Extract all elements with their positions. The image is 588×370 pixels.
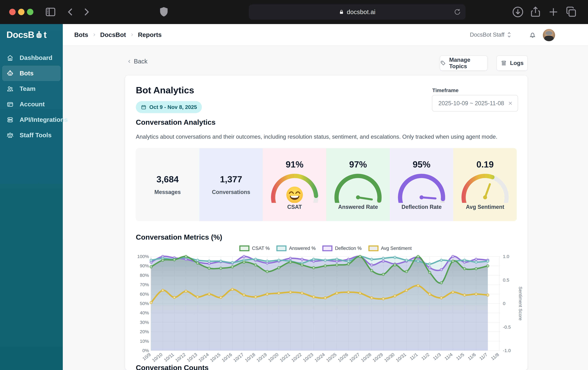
svg-text:10/27: 10/27	[348, 352, 361, 363]
svg-text:11/6: 11/6	[467, 352, 477, 361]
robot-logo-icon	[35, 31, 43, 40]
page-title: Bot Analytics	[136, 85, 194, 96]
legend-item[interactable]: Deflection %	[322, 245, 362, 251]
legend-item[interactable]: Avg Sentiment	[368, 245, 412, 251]
sidebar-toggle-icon[interactable]	[44, 6, 57, 18]
legend-label: Deflection %	[335, 246, 362, 251]
account-name: DocsBot Staff	[470, 32, 504, 38]
downloads-icon[interactable]	[511, 6, 524, 18]
window-minimize-button[interactable]	[18, 9, 24, 15]
svg-text:10/20: 10/20	[267, 352, 279, 363]
manage-topics-button[interactable]: Manage Topics	[440, 55, 488, 71]
svg-text:10/14: 10/14	[198, 352, 210, 363]
stat-deflection-gauge: 95% Deflection Rate	[390, 148, 453, 221]
tab-overview-icon[interactable]	[565, 6, 578, 18]
svg-text:40%: 40%	[140, 310, 149, 315]
svg-text:10/12: 10/12	[174, 352, 187, 363]
timeframe-label: Timeframe	[432, 87, 458, 93]
conversation-counts-heading: Conversation Counts	[136, 363, 209, 370]
window-zoom-button[interactable]	[27, 9, 33, 15]
notifications-bell-icon[interactable]	[528, 31, 537, 39]
reload-icon[interactable]	[453, 8, 462, 16]
svg-text:10/23: 10/23	[302, 352, 314, 363]
chevron-left-icon	[127, 59, 132, 64]
sidebar-item-team[interactable]: Team	[2, 81, 61, 97]
date-range-text: Oct 9 - Nov 8, 2025	[149, 104, 197, 110]
clear-x-icon[interactable]	[508, 100, 513, 106]
logo-text-prefix: DocsB	[6, 30, 34, 40]
user-avatar[interactable]	[543, 29, 555, 41]
logs-button[interactable]: Logs	[496, 55, 528, 71]
logo-text-suffix: t	[44, 30, 47, 40]
list-lines-icon	[501, 60, 507, 66]
conversation-metrics-chart: CSAT %Answered %Deflection %Avg Sentimen…	[137, 245, 530, 369]
sidebar-item-account[interactable]: Account	[2, 97, 61, 112]
share-icon[interactable]	[529, 6, 542, 18]
sidebar-item-bots[interactable]: Bots	[2, 65, 61, 81]
grin-emoji-icon	[286, 187, 303, 203]
stat-messages: 3,684 Messages	[136, 148, 199, 221]
tag-icon	[440, 60, 446, 66]
breadcrumb-docsbot[interactable]: DocsBot	[100, 31, 126, 38]
svg-text:60%: 60%	[140, 292, 149, 297]
breadcrumb-bots[interactable]: Bots	[74, 31, 88, 38]
breadcrumb-reports[interactable]: Reports	[138, 31, 162, 38]
svg-text:10/17: 10/17	[232, 352, 244, 363]
svg-text:90%: 90%	[140, 263, 149, 268]
back-label: Back	[134, 58, 147, 65]
sidebar-item-dashboard[interactable]: Dashboard	[2, 50, 61, 65]
svg-text:70%: 70%	[140, 282, 149, 287]
sentiment-value: 0.19	[476, 159, 494, 169]
back-button-icon[interactable]	[64, 6, 77, 18]
window-close-button[interactable]	[9, 9, 16, 15]
sidebar-item-label: API/Integrations	[20, 116, 68, 123]
deflection-label: Deflection Rate	[401, 204, 442, 210]
docsbot-logo[interactable]: DocsB t	[0, 24, 63, 40]
address-bar[interactable]: docsbot.ai	[249, 4, 465, 20]
stats-row: 3,684 Messages 1,377 Conversations 91%	[136, 148, 517, 221]
robot-icon	[6, 70, 14, 77]
sidebar-nav: Dashboard Bots Team	[0, 50, 63, 143]
chart-legend: CSAT %Answered %Deflection %Avg Sentimen…	[151, 245, 500, 251]
svg-text:10/29: 10/29	[372, 352, 384, 363]
legend-label: Answered %	[289, 246, 315, 251]
forward-button-icon[interactable]	[80, 6, 93, 18]
sidebar-item-api-integrations[interactable]: API/Integrations	[2, 112, 61, 128]
legend-swatch	[276, 245, 286, 251]
svg-text:11/1: 11/1	[409, 352, 419, 361]
legend-item[interactable]: Answered %	[276, 245, 315, 251]
logs-label: Logs	[510, 60, 524, 66]
legend-item[interactable]: CSAT %	[239, 245, 270, 251]
svg-text:10/22: 10/22	[291, 352, 303, 363]
sentiment-gauge	[459, 170, 511, 203]
new-tab-icon[interactable]	[547, 6, 560, 18]
messages-value: 3,684	[157, 174, 179, 184]
svg-text:11/8: 11/8	[490, 352, 500, 361]
back-link[interactable]: Back	[127, 58, 147, 65]
sidebar-item-label: Bots	[20, 70, 33, 77]
svg-text:50%: 50%	[140, 301, 149, 306]
answered-value: 97%	[349, 159, 367, 169]
chart-plot-area[interactable]: 0%10%20%30%40%50%60%70%80%90%100%1.00.50…	[137, 254, 530, 369]
url-text: docsbot.ai	[347, 9, 376, 15]
sentiment-label: Avg Sentiment	[466, 204, 504, 210]
svg-text:11/2: 11/2	[420, 352, 430, 361]
svg-text:10/31: 10/31	[395, 352, 407, 363]
sidebar-item-staff-tools[interactable]: Staff Tools	[2, 128, 61, 143]
answered-label: Answered Rate	[338, 204, 378, 210]
svg-text:80%: 80%	[140, 273, 149, 278]
home-icon	[6, 54, 14, 62]
svg-text:10/24: 10/24	[314, 352, 326, 363]
account-switcher[interactable]: DocsBot Staff	[470, 24, 511, 45]
svg-text:20%: 20%	[140, 329, 149, 334]
deflection-gauge	[396, 170, 447, 203]
legend-label: CSAT %	[252, 246, 270, 251]
user-group-icon	[6, 132, 14, 139]
svg-text:10/30: 10/30	[383, 352, 395, 363]
svg-text:10/28: 10/28	[360, 352, 372, 363]
svg-text:11/7: 11/7	[478, 352, 488, 361]
conversations-value: 1,377	[220, 174, 242, 184]
timeframe-input[interactable]: 2025-10-09 ~ 2025-11-08	[432, 95, 518, 111]
svg-text:10/25: 10/25	[325, 352, 337, 363]
shield-icon[interactable]	[158, 6, 170, 18]
